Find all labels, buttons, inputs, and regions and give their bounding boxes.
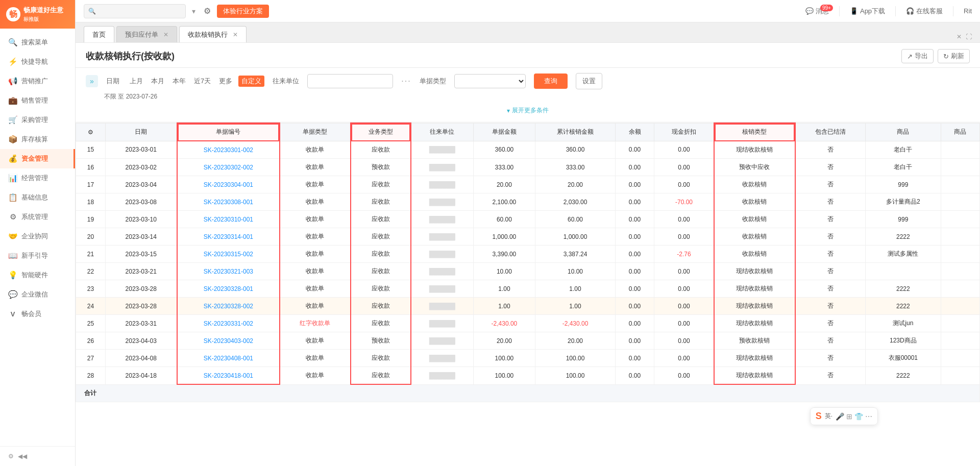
bill-no-link[interactable]: SK-20230310-001 [204,216,253,223]
cell-balance: 0.00 [616,367,654,385]
settings-bottom-icon[interactable]: ⚙ [8,453,14,460]
filter-toggle-button[interactable]: » [86,75,98,87]
cell-hx-amount: 60.00 [535,211,615,228]
cell-hx-amount: 3,387.24 [535,246,615,263]
cell-included: 否 [795,263,866,280]
date-btn-7days[interactable]: 近7天 [192,76,213,87]
cell-bill-type: 收款单 [280,193,350,211]
vip-icon: V [8,309,17,318]
cell-included: 否 [795,159,866,176]
bill-no-link[interactable]: SK-20230308-001 [204,199,253,206]
settings-button[interactable]: 设置 [576,73,602,89]
export-icon: ↗ [907,53,913,60]
filter-dots[interactable]: ··· [401,77,411,86]
refresh-button[interactable]: ↻ 刷新 [938,49,970,63]
tab-yingshoudan-close-icon[interactable]: ✕ [163,31,168,38]
sidebar-item-marketing[interactable]: 📢 营销推广 [0,71,75,91]
bill-no-link[interactable]: SK-20230321-003 [204,268,253,275]
cell-bill-type: 收款单 [280,228,350,246]
date-btn-more[interactable]: 更多 [217,76,234,87]
cell-goods2 [941,332,979,350]
sidebar-item-purchase[interactable]: 🛒 采购管理 [0,110,75,130]
bill-no-link[interactable]: SK-20230315-002 [204,251,253,258]
cell-id: 18 [76,193,106,211]
tab-yingshoudan[interactable]: 预归应付单 ✕ [116,26,177,42]
table-row: 25 2023-03-31 SK-20230331-002 红字收款单 应收款 … [76,315,980,332]
topbar-chevron-icon[interactable]: ▾ [192,7,195,15]
tab-shoukuan-hexiao-close-icon[interactable]: ✕ [233,31,238,38]
bill-no-link[interactable]: SK-20230328-002 [204,303,253,310]
bill-no-link[interactable]: SK-20230304-001 [204,181,253,188]
sidebar-item-purchase-label: 采购管理 [21,115,48,125]
sidebar-item-system[interactable]: ⚙ 系统管理 [0,207,75,227]
sidebar-item-finance[interactable]: 💰 资金管理 [0,149,75,168]
cell-hx-type: 现结收款核销 [714,298,795,315]
sidebar-item-guide[interactable]: 📖 新手引导 [0,246,75,265]
sidebar-item-wechat[interactable]: 💬 企业微信 [0,285,75,304]
cell-biz-type: 应收款 [351,193,411,211]
cell-hx-amount: 1.00 [535,280,615,298]
cell-hx-type: 现结收款核销 [714,263,795,280]
bill-no-link[interactable]: SK-20230328-001 [204,285,253,292]
date-btn-this-year[interactable]: 本年 [170,76,188,87]
bill-no-link[interactable]: SK-20230331-002 [204,320,253,327]
date-btn-custom[interactable]: 自定义 [238,76,264,87]
date-btn-this-month[interactable]: 本月 [149,76,166,87]
bill-no-link[interactable]: SK-20230314-001 [204,233,253,240]
topbar-app-download[interactable]: 📱 App下载 [850,7,885,16]
sidebar-item-basic-info-label: 基础信息 [21,193,48,202]
main-area: 🔍 ▾ ⚙ 体验行业方案 💬 消息 99+ 📱 App下载 🎧 在线客服 Rit… [76,0,980,466]
sidebar-item-inventory[interactable]: 📦 库存核算 [0,130,75,149]
col-header-biz-type: 业务类型 [351,123,411,141]
watermark-icons: 🎤 ⊞ 👕 ⋯ [836,412,872,421]
query-button[interactable]: 查询 [534,73,568,89]
page-header: 收款核销执行(按收款) ↗ 导出 ↻ 刷新 [76,43,980,68]
online-service-label: 在线客服 [916,7,943,16]
date-btn-last-month[interactable]: 上月 [128,76,145,87]
expand-conditions-button[interactable]: ▾ 展开更多条件 [86,104,970,117]
bill-type-select[interactable] [454,74,526,88]
tab-expand-icon[interactable]: ⛶ [966,33,972,40]
topbar-gear-icon[interactable]: ⚙ [204,6,211,16]
col-header-settings[interactable]: ⚙ [76,123,106,141]
topbar-online-service[interactable]: 🎧 在线客服 [906,7,943,16]
bill-no-link[interactable]: SK-20230408-001 [204,355,253,362]
sidebar-item-search[interactable]: 🔍 搜索菜单 [0,33,75,52]
tab-shoukuan-hexiao[interactable]: 收款核销执行 ✕ [179,26,247,42]
tab-home-label: 首页 [92,30,106,39]
bill-no-link[interactable]: SK-20230301-002 [204,146,253,154]
cell-id: 27 [76,350,106,367]
bill-no-link[interactable]: SK-20230403-002 [204,337,253,345]
bill-no-link[interactable]: SK-20230302-002 [204,164,253,171]
col-header-balance: 余额 [616,123,654,141]
sidebar-item-shortcut[interactable]: ⚡ 快捷导航 [0,52,75,71]
page-title: 收款核销执行(按收款) [86,50,175,62]
cell-id: 19 [76,211,106,228]
tab-close-all-icon[interactable]: ✕ [957,33,962,40]
app-edition: 标推版 [23,16,63,23]
watermark-logo: S [816,411,822,422]
topbar-messages[interactable]: 💬 消息 99+ [805,7,829,16]
sidebar-item-basic-info[interactable]: 📋 基础信息 [0,188,75,207]
counterparty-input[interactable] [307,74,393,88]
cell-hx-amount: 20.00 [535,176,615,193]
sidebar-item-vip[interactable]: V 畅会员 [0,304,75,324]
export-button[interactable]: ↗ 导出 [901,49,934,63]
sidebar-item-cooperation[interactable]: 🤝 企业协同 [0,227,75,246]
topbar-search[interactable]: 🔍 [84,4,186,18]
sidebar-item-hardware[interactable]: 💡 智能硬件 [0,265,75,285]
sidebar: 畅 畅康道好生意 标推版 🔍 搜索菜单 ⚡ 快捷导航 📢 营销推广 💼 销售管理… [0,0,76,466]
cell-date: 2023-03-28 [106,280,177,298]
table-settings-icon[interactable]: ⚙ [88,129,93,136]
tab-home[interactable]: 首页 [84,26,114,42]
collapse-icon[interactable]: ◀◀ [18,453,27,460]
sidebar-item-operations[interactable]: 📊 经营管理 [0,168,75,188]
cell-biz-type: 应收款 [351,228,411,246]
cell-counterparty: ██████ [411,263,473,280]
cell-goods1: 老白干 [865,141,941,159]
topbar-user[interactable]: Rit [964,7,972,15]
topbar-divider3 [953,6,953,16]
industry-solution-button[interactable]: 体验行业方案 [217,5,269,18]
sidebar-item-sales[interactable]: 💼 销售管理 [0,91,75,110]
bill-no-link[interactable]: SK-20230418-001 [204,372,253,379]
